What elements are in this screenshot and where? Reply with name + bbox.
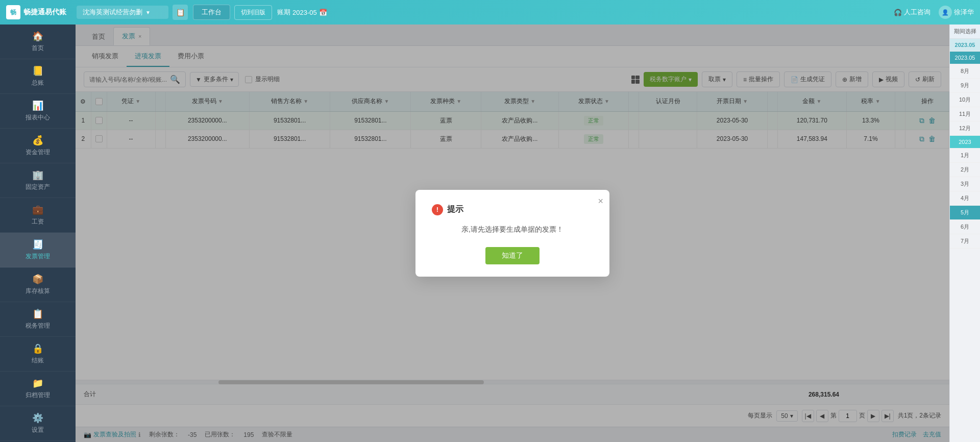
dialog-message: 亲,请先选择要生成单据的发票！ xyxy=(461,225,564,233)
period-item-6[interactable]: 6月 xyxy=(950,220,980,234)
home-icon: 🏠 xyxy=(32,31,43,42)
sidebar-label-tax: 税务管理 xyxy=(26,322,50,330)
period-item-3[interactable]: 3月 xyxy=(950,177,980,191)
sidebar-item-salary[interactable]: 💼 工资 xyxy=(0,198,76,233)
period-item-7[interactable]: 7月 xyxy=(950,234,980,249)
service-label: 人工咨询 xyxy=(904,8,930,17)
period-item-2[interactable]: 2月 xyxy=(950,163,980,177)
invoice-icon: 🧾 xyxy=(32,239,43,250)
sidebar-label-home: 首页 xyxy=(32,44,44,53)
sidebar-item-home[interactable]: 🏠 首页 xyxy=(0,24,76,59)
headset-icon: 🎧 xyxy=(894,9,902,16)
salary-icon: 💼 xyxy=(32,204,43,215)
inventory-icon: 📦 xyxy=(32,274,43,285)
period-value: 2023-05 xyxy=(292,9,317,16)
period-item-2023[interactable]: 2023 xyxy=(950,136,980,149)
period-item-2023-05[interactable]: 2023.05 xyxy=(950,52,980,64)
period-info: 账期 2023-05 📅 xyxy=(277,8,327,17)
dialog-title-area: ! 提示 xyxy=(432,204,593,215)
sidebar-item-reports[interactable]: 📊 报表中心 xyxy=(0,94,76,129)
period-item-year-2023: 2023.05 xyxy=(950,39,980,52)
sidebar-label-assets: 固定资产 xyxy=(26,183,50,191)
avatar: 👤 xyxy=(939,6,952,19)
company-selector[interactable]: 沈海英测试经营勿删 ▼ xyxy=(77,6,168,19)
sidebar-item-ledger[interactable]: 📒 总账 xyxy=(0,59,76,94)
logo-area: 畅 畅捷通易代账 xyxy=(6,5,66,19)
sidebar-item-inventory[interactable]: 📦 库存核算 xyxy=(0,267,76,302)
sidebar-label-inventory: 库存核算 xyxy=(26,287,50,296)
sidebar-item-closing[interactable]: 🔒 结账 xyxy=(0,337,76,372)
sidebar-item-assets[interactable]: 🏢 固定资产 xyxy=(0,163,76,198)
dialog-close-button[interactable]: × xyxy=(598,196,603,207)
period-item-10[interactable]: 10月 xyxy=(950,93,980,107)
company-name: 沈海英测试经营勿删 xyxy=(83,8,142,17)
logo-icon: 畅 xyxy=(6,5,20,19)
header-right-area: 🎧 人工咨询 👤 徐泽华 xyxy=(894,6,974,19)
reports-icon: 📊 xyxy=(32,100,43,111)
funds-icon: 💰 xyxy=(32,135,43,146)
period-panel: 期间选择 2023.05 2023.05 8月 9月 10月 11月 12月 2… xyxy=(949,24,980,442)
dialog: × ! 提示 亲,请先选择要生成单据的发票！ 知道了 xyxy=(415,190,609,277)
sidebar-label-reports: 报表中心 xyxy=(26,113,50,122)
tax-icon: 📋 xyxy=(32,308,43,320)
period-item-12[interactable]: 12月 xyxy=(950,121,980,136)
sidebar-item-archive[interactable]: 📁 归档管理 xyxy=(0,372,76,406)
sidebar-item-tax[interactable]: 📋 税务管理 xyxy=(0,302,76,337)
archive-icon: 📁 xyxy=(32,378,43,389)
main-layout: 🏠 首页 📒 总账 📊 报表中心 💰 资金管理 🏢 固定资产 💼 工资 🧾 发票… xyxy=(0,24,980,442)
dialog-body: 亲,请先选择要生成单据的发票！ xyxy=(432,224,593,235)
dialog-ok-button[interactable]: 知道了 xyxy=(485,247,540,264)
assets-icon: 🏢 xyxy=(32,169,43,181)
sidebar-item-settings[interactable]: ⚙️ 设置 xyxy=(0,406,76,441)
sidebar-item-funds[interactable]: 💰 资金管理 xyxy=(0,129,76,163)
settings-icon: ⚙️ xyxy=(32,412,43,424)
period-label: 账期 xyxy=(277,8,290,17)
book-icon-button[interactable]: 📋 xyxy=(173,5,188,20)
logo-text: 畅捷通易代账 xyxy=(23,8,66,17)
period-item-11[interactable]: 11月 xyxy=(950,107,980,121)
period-item-4[interactable]: 4月 xyxy=(950,191,980,206)
sidebar-label-ledger: 总账 xyxy=(32,79,44,87)
period-item-5[interactable]: 5月 xyxy=(950,206,980,220)
sidebar-label-funds: 资金管理 xyxy=(26,148,50,157)
user-info[interactable]: 👤 徐泽华 xyxy=(939,6,974,19)
service-button[interactable]: 🎧 人工咨询 xyxy=(894,8,930,17)
ledger-icon: 📒 xyxy=(32,65,43,77)
sidebar-label-archive: 归档管理 xyxy=(26,391,50,400)
user-name: 徐泽华 xyxy=(954,8,974,17)
calendar-icon[interactable]: 📅 xyxy=(319,9,327,16)
sidebar-label-invoice: 发票管理 xyxy=(26,252,50,261)
sidebar-label-salary: 工资 xyxy=(32,217,44,226)
period-item-1[interactable]: 1月 xyxy=(950,149,980,163)
sidebar-item-invoice[interactable]: 🧾 发票管理 xyxy=(0,233,76,267)
company-dropdown-icon: ▼ xyxy=(145,10,151,15)
dialog-footer: 知道了 xyxy=(432,247,593,264)
period-item-9[interactable]: 9月 xyxy=(950,79,980,93)
workspace-button[interactable]: 工作台 xyxy=(193,5,230,20)
switch-old-button[interactable]: 切到旧版 xyxy=(234,5,272,20)
dialog-title-text: 提示 xyxy=(447,204,463,215)
content-area: 首页 发票 × 销项发票 进项发票 费用小票 xyxy=(76,24,949,442)
sidebar-label-closing: 结账 xyxy=(32,356,44,365)
period-panel-header: 期间选择 xyxy=(950,24,980,39)
top-header: 畅 畅捷通易代账 沈海英测试经营勿删 ▼ 📋 工作台 切到旧版 账期 2023-… xyxy=(0,0,980,24)
dialog-overlay: × ! 提示 亲,请先选择要生成单据的发票！ 知道了 xyxy=(76,24,949,442)
period-item-8[interactable]: 8月 xyxy=(950,64,980,79)
warning-icon: ! xyxy=(432,204,443,215)
sidebar: 🏠 首页 📒 总账 📊 报表中心 💰 资金管理 🏢 固定资产 💼 工资 🧾 发票… xyxy=(0,24,76,442)
sidebar-label-settings: 设置 xyxy=(32,426,44,434)
closing-icon: 🔒 xyxy=(32,343,43,354)
